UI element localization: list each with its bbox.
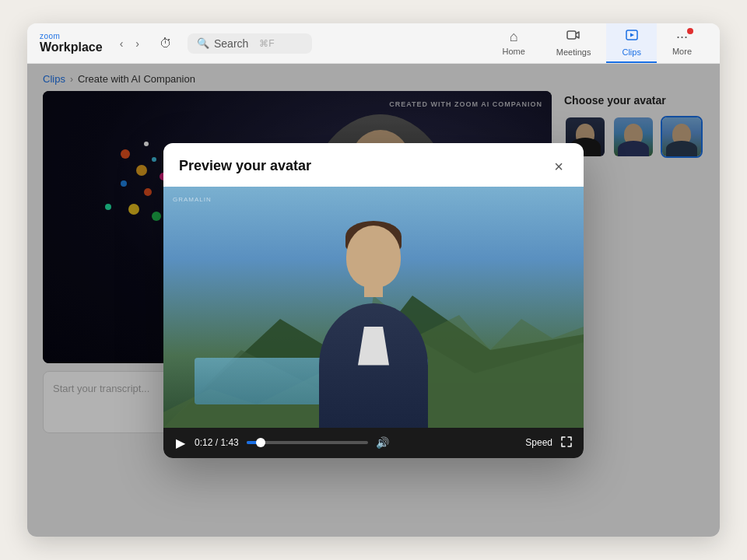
brand-workplace: Workplace <box>40 40 103 54</box>
meetings-icon <box>566 28 580 46</box>
preview-modal: Preview your avatar × <box>163 143 584 458</box>
time-display: 0:12 / 1:43 <box>195 437 239 448</box>
clips-icon <box>625 28 639 46</box>
search-label: Search <box>214 37 248 50</box>
more-icon: ··· <box>676 29 688 45</box>
app-window: zoom Workplace ‹ › ⏱ 🔍 Search ⌘F ⌂ Home <box>27 23 720 537</box>
forward-button[interactable]: › <box>131 34 144 53</box>
progress-bar[interactable] <box>247 441 368 444</box>
history-button[interactable]: ⏱ <box>153 33 178 54</box>
nav-item-clips[interactable]: Clips <box>606 23 656 63</box>
more-notification-dot <box>687 28 693 34</box>
modal-title: Preview your avatar <box>179 158 311 174</box>
controls-bar: ▶ 0:12 / 1:43 🔊 Speed <box>163 428 584 458</box>
modal-close-button[interactable]: × <box>549 157 568 176</box>
svg-rect-0 <box>567 31 576 39</box>
title-bar: zoom Workplace ‹ › ⏱ 🔍 Search ⌘F ⌂ Home <box>27 23 720 64</box>
top-nav: ⌂ Home Meetings <box>487 23 708 63</box>
speed-button[interactable]: Speed <box>525 437 552 448</box>
nav-item-meetings[interactable]: Meetings <box>541 23 607 63</box>
modal-header: Preview your avatar × <box>163 143 584 187</box>
nav-arrows: ‹ › <box>115 34 144 53</box>
search-shortcut: ⌘F <box>259 38 274 49</box>
modal-person <box>296 210 451 428</box>
brand: zoom Workplace <box>40 32 103 54</box>
brand-zoom: zoom <box>40 32 103 40</box>
main-content: Clips › Create with AI Companion CREATED… <box>27 64 720 537</box>
video-watermark: GRAMALIN <box>173 196 212 203</box>
volume-button[interactable]: 🔊 <box>376 436 389 449</box>
back-button[interactable]: ‹ <box>115 34 128 53</box>
home-icon: ⌂ <box>510 29 518 45</box>
nav-item-more[interactable]: ··· More <box>657 23 707 63</box>
play-button[interactable]: ▶ <box>174 434 187 452</box>
time-current: 0:12 <box>195 437 212 448</box>
nav-item-home[interactable]: ⌂ Home <box>487 23 541 63</box>
modal-video: GRAMALIN <box>163 187 584 428</box>
fullscreen-button[interactable] <box>560 436 573 450</box>
time-total: 1:43 <box>220 437 238 448</box>
modal-overlay: Preview your avatar × <box>27 64 720 537</box>
modal-video-background: GRAMALIN <box>163 187 584 428</box>
search-icon: 🔍 <box>197 37 209 49</box>
search-bar[interactable]: 🔍 Search ⌘F <box>188 33 312 54</box>
progress-thumb <box>256 438 265 447</box>
